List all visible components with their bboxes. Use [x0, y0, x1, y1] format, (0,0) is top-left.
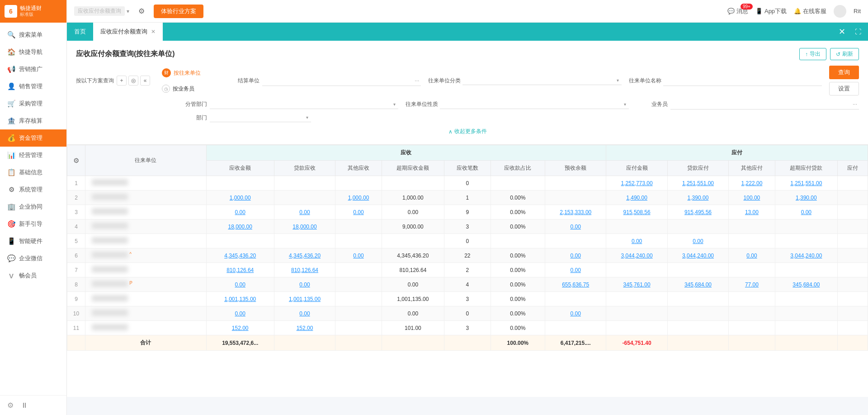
row-rec-advance-8[interactable]: 655,636.75 — [545, 277, 606, 292]
row-rec-amount-2[interactable]: 1,000.00 — [206, 191, 274, 205]
sidebar-item-purchase[interactable]: 🛒 采购管理 — [0, 95, 66, 112]
table-settings-icon[interactable]: ⚙ — [73, 157, 79, 164]
partner-name-input[interactable] — [663, 76, 822, 86]
row-rec-advance-6[interactable]: 0.00 — [545, 248, 606, 263]
row-pay-amount-2[interactable]: 1,490.00 — [606, 191, 667, 205]
row-pay-overdue-1[interactable]: 1,251,551.00 — [775, 176, 837, 191]
dept-charge-select[interactable]: ▾ — [210, 100, 398, 109]
settings-bottom-icon[interactable]: ⚙ — [7, 401, 14, 410]
row-rec-other-6[interactable]: 0.00 — [335, 248, 382, 263]
scheme-option-partner[interactable]: 财 按往来单位 — [157, 66, 221, 80]
row-rec-amount-9[interactable]: 1,001,135.00 — [206, 292, 274, 306]
row-rec-other-3[interactable]: 0.00 — [335, 205, 382, 219]
row-rec-amount-8[interactable]: 0.00 — [206, 277, 274, 292]
row-pay-loan-2[interactable]: 1,390.00 — [667, 191, 728, 205]
tab-receivable-payable[interactable]: 应收应付余额查询 ✕ — [93, 23, 163, 41]
tab-home[interactable]: 首页 — [67, 23, 93, 41]
settlement-input[interactable] — [262, 76, 413, 86]
row-rec-loan-11[interactable]: 152.00 — [274, 321, 335, 335]
sidebar-item-system[interactable]: ⚙ 系统管理 — [0, 181, 66, 198]
row-rec-amount-6[interactable]: 4,345,436.20 — [206, 248, 274, 263]
row-pay-loan-5[interactable]: 0.00 — [667, 234, 728, 248]
scheme-option-salesman[interactable]: ◷ 按业务员 — [157, 82, 221, 95]
row-pay-loan-8[interactable]: 345,684.00 — [667, 277, 728, 292]
row-pay-other-1[interactable]: 1,222.00 — [729, 176, 775, 191]
sidebar-item-member[interactable]: V 畅会员 — [0, 267, 66, 284]
app-download-button[interactable]: 📱 App下载 — [755, 7, 787, 15]
row-pay-loan-3[interactable]: 915,495.56 — [667, 205, 728, 219]
sidebar-item-wechat[interactable]: 💬 企业微信 — [0, 250, 66, 267]
collapse-button[interactable]: ∧ 收起更多条件 — [448, 126, 487, 137]
topbar-gear-icon[interactable]: ⚙ — [135, 5, 148, 18]
row-pay-loan-1[interactable]: 1,251,551.00 — [667, 176, 728, 191]
row-rec-loan-10[interactable]: 0.00 — [274, 306, 335, 321]
industry-plan-button[interactable]: 体验行业方案 — [154, 5, 203, 18]
salesman-input[interactable] — [670, 99, 851, 109]
row-rec-loan-4[interactable]: 18,000.00 — [274, 219, 335, 234]
sidebar-item-search[interactable]: 🔍 搜索菜单 — [0, 26, 66, 43]
tab-close-window-icon[interactable]: ✕ — [835, 25, 848, 38]
row-pay-other-8[interactable]: 77.00 — [729, 277, 775, 292]
filter-scheme-label: 按以下方案查询 + ◎ « — [76, 76, 150, 86]
row-rec-amount-4[interactable]: 18,000.00 — [206, 219, 274, 234]
arrow-scheme-icon[interactable]: « — [140, 76, 150, 86]
sidebar-item-marketing[interactable]: 📢 营销推广 — [0, 61, 66, 78]
sidebar-item-base[interactable]: 📋 基础信息 — [0, 164, 66, 181]
query-button[interactable]: 查询 — [829, 66, 859, 79]
messages-button[interactable]: 💬 消息 99+ — [727, 7, 748, 15]
row-rec-amount-10[interactable]: 0.00 — [206, 306, 274, 321]
sidebar-item-guide[interactable]: 🎯 新手引导 — [0, 215, 66, 233]
row-pay-amount-6[interactable]: 3,044,240.00 — [606, 248, 667, 263]
row-rec-advance-3[interactable]: 2,153,333.00 — [545, 205, 606, 219]
row-pay-amount-1[interactable]: 1,252,773.00 — [606, 176, 667, 191]
row-rec-advance-4[interactable]: 0.00 — [545, 219, 606, 234]
row-pay-overdue-2[interactable]: 1,390.00 — [775, 191, 837, 205]
row-rec-advance-7[interactable]: 0.00 — [545, 263, 606, 277]
row-rec-amount-11[interactable]: 152.00 — [206, 321, 274, 335]
row-rec-loan-3[interactable]: 0.00 — [274, 205, 335, 219]
row-rec-loan-8[interactable]: 0.00 — [274, 277, 335, 292]
row-rec-loan-9[interactable]: 1,001,135.00 — [274, 292, 335, 306]
row-rec-loan-6[interactable]: 4,345,436.20 — [274, 248, 335, 263]
row-pay-amount-8[interactable]: 345,761.00 — [606, 277, 667, 292]
row-pay-other-3[interactable]: 13.00 — [729, 205, 775, 219]
row-pay-overdue-6[interactable]: 3,044,240.00 — [775, 248, 837, 263]
footer-rec-amount[interactable]: 19,553,472,6... — [206, 335, 274, 351]
refresh-button[interactable]: ↺ 刷新 — [830, 48, 859, 60]
sidebar-item-operation[interactable]: 📊 经营管理 — [0, 147, 66, 164]
row-rec-other-2[interactable]: 1,000.00 — [335, 191, 382, 205]
sidebar-item-enterprise[interactable]: 🏢 企业协同 — [0, 198, 66, 215]
settings-button[interactable]: 设置 — [829, 82, 859, 95]
username-label[interactable]: Rit — [854, 8, 861, 14]
tab-close-icon[interactable]: ✕ — [151, 29, 156, 35]
row-pay-amount-3[interactable]: 915,508.56 — [606, 205, 667, 219]
partner-nature-select[interactable]: ▾ — [440, 100, 628, 109]
row-pay-other-6[interactable]: 0.00 — [729, 248, 775, 263]
add-scheme-icon[interactable]: + — [117, 76, 127, 86]
export-button[interactable]: ↑ 导出 — [799, 48, 826, 60]
row-rec-advance-10[interactable]: 0.00 — [545, 306, 606, 321]
partner-category-select[interactable]: ▾ — [462, 76, 621, 85]
sidebar-item-quick-nav[interactable]: 🏠 快捷导航 — [0, 43, 66, 61]
row-pay-other-2[interactable]: 100.00 — [729, 191, 775, 205]
settlement-dots-icon[interactable]: ··· — [413, 77, 421, 84]
collapse-bottom-icon[interactable]: ⏸ — [21, 401, 28, 410]
table-wrapper[interactable]: ⚙ 往来单位 应收 应付 应收金额 贷款应收 其他应收 超期应收金额 — [67, 145, 868, 397]
salesman-dots-icon[interactable]: ··· — [851, 101, 859, 107]
sidebar-item-finance[interactable]: 💰 资金管理 — [0, 129, 66, 147]
sidebar-item-hardware[interactable]: 📱 智能硬件 — [0, 233, 66, 250]
footer-rec-advance[interactable]: 6,417,215.... — [545, 335, 606, 351]
target-scheme-icon[interactable]: ◎ — [128, 76, 138, 86]
dept-select[interactable]: ▾ — [210, 113, 311, 122]
sidebar-item-sales[interactable]: 👤 销售管理 — [0, 78, 66, 95]
row-rec-amount-7[interactable]: 810,126.64 — [206, 263, 274, 277]
row-rec-loan-7[interactable]: 810,126.64 — [274, 263, 335, 277]
tab-expand-icon[interactable]: ⛶ — [852, 25, 864, 38]
row-pay-overdue-3[interactable]: 0.00 — [775, 205, 837, 219]
row-rec-amount-3[interactable]: 0.00 — [206, 205, 274, 219]
row-pay-loan-6[interactable]: 3,044,240.00 — [667, 248, 728, 263]
row-pay-overdue-8[interactable]: 345,684.00 — [775, 277, 837, 292]
sidebar-item-inventory[interactable]: 🏦 库存核算 — [0, 112, 66, 129]
online-service-button[interactable]: 🔔 在线客服 — [794, 7, 826, 15]
row-pay-amount-5[interactable]: 0.00 — [606, 234, 667, 248]
